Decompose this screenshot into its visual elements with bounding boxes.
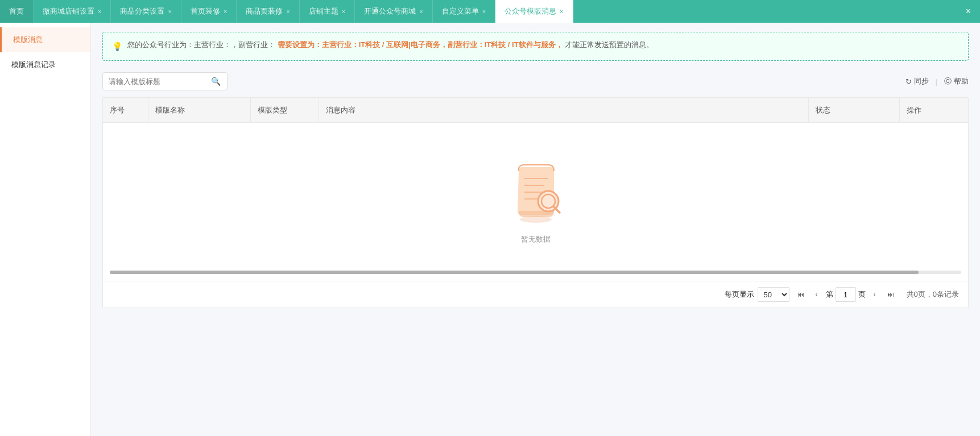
close-icon[interactable]: × — [286, 8, 290, 15]
scroll-track — [110, 271, 961, 274]
tab-custom-menu[interactable]: 自定义菜单 × — [433, 0, 495, 23]
tab-open-mall[interactable]: 开通公众号商城 × — [355, 0, 432, 23]
close-icon[interactable]: × — [482, 8, 486, 15]
page-size-select: 每页显示 50 10 20 100 — [725, 287, 789, 302]
notice-banner: 💡 您的公众号行业为：主营行业：，副营行业： 需要设置为：主营行业：IT科技 /… — [102, 32, 969, 61]
tab-home-deco[interactable]: 首页装修 × — [181, 0, 237, 23]
top-nav: 首页 微商城店铺设置 × 商品分类设置 × 首页装修 × 商品页装修 × 店铺主… — [0, 0, 980, 23]
col-name: 模版名称 — [148, 98, 251, 122]
tab-home[interactable]: 首页 — [0, 0, 34, 23]
empty-illustration — [502, 157, 570, 225]
sidebar: 模版消息 模版消息记录 — [0, 23, 91, 436]
col-type: 模版类型 — [251, 98, 319, 122]
tab-product-deco[interactable]: 商品页装修 × — [237, 0, 299, 23]
total-info: 共0页，0条记录 — [907, 289, 959, 300]
sidebar-item-template-msg-log[interactable]: 模版消息记录 — [0, 52, 90, 77]
first-page-button[interactable]: ⏮ — [794, 288, 808, 301]
pagination: 每页显示 50 10 20 100 ⏮ ‹ 第 页 › ⏭ — [103, 281, 968, 308]
tab-shop-theme[interactable]: 店铺主题 × — [300, 0, 355, 23]
close-icon[interactable]: × — [98, 8, 101, 15]
tab-product-category[interactable]: 商品分类设置 × — [111, 0, 181, 23]
empty-text: 暂无数据 — [521, 234, 551, 244]
sidebar-item-template-msg[interactable]: 模版消息 — [0, 27, 90, 52]
col-status: 状态 — [809, 98, 900, 122]
help-icon: ⓪ — [944, 76, 952, 86]
data-table: 序号 模版名称 模版类型 消息内容 状态 操作 — [102, 97, 969, 308]
table-scrollbar[interactable] — [103, 271, 968, 277]
page-nav: ⏮ ‹ 第 页 › ⏭ — [794, 287, 898, 302]
page-input[interactable] — [836, 287, 856, 302]
col-action: 操作 — [900, 98, 968, 122]
col-content: 消息内容 — [319, 98, 809, 122]
close-icon[interactable]: × — [342, 8, 345, 15]
close-icon[interactable]: × — [168, 8, 171, 15]
tab-template-msg[interactable]: 公众号模版消息 × — [495, 0, 573, 23]
prev-page-button[interactable]: ‹ — [810, 288, 824, 301]
search-input-wrap[interactable]: 🔍 — [102, 72, 228, 90]
global-close-button[interactable]: × — [957, 0, 980, 23]
scroll-thumb[interactable] — [110, 271, 919, 274]
search-bar: 🔍 ↻ 同步 | ⓪ 帮助 — [102, 72, 969, 90]
tab-weshop-setting[interactable]: 微商城店铺设置 × — [34, 0, 111, 23]
help-button[interactable]: ⓪ 帮助 — [944, 76, 969, 86]
next-page-button[interactable]: › — [868, 288, 882, 301]
col-index: 序号 — [103, 98, 148, 122]
bulb-icon: 💡 — [112, 40, 123, 53]
search-input[interactable] — [109, 77, 211, 86]
page-size-dropdown[interactable]: 50 10 20 100 — [758, 287, 789, 302]
notice-text: 您的公众号行业为：主营行业：，副营行业： 需要设置为：主营行业：IT科技 / 互… — [127, 39, 654, 51]
main-layout: 模版消息 模版消息记录 💡 您的公众号行业为：主营行业：，副营行业： 需要设置为… — [0, 23, 980, 436]
search-button[interactable]: 🔍 — [211, 77, 221, 86]
sync-button[interactable]: ↻ 同步 — [905, 76, 929, 86]
toolbar-right: ↻ 同步 | ⓪ 帮助 — [905, 76, 969, 86]
divider: | — [936, 77, 937, 86]
content-area: 💡 您的公众号行业为：主营行业：，副营行业： 需要设置为：主营行业：IT科技 /… — [91, 23, 980, 436]
close-icon[interactable]: × — [560, 8, 563, 15]
empty-state: 暂无数据 — [103, 123, 968, 267]
last-page-button[interactable]: ⏭ — [884, 288, 898, 301]
close-icon[interactable]: × — [224, 8, 227, 15]
close-icon[interactable]: × — [419, 8, 423, 15]
sync-icon: ↻ — [905, 77, 912, 86]
table-header: 序号 模版名称 模版类型 消息内容 状态 操作 — [103, 98, 968, 123]
